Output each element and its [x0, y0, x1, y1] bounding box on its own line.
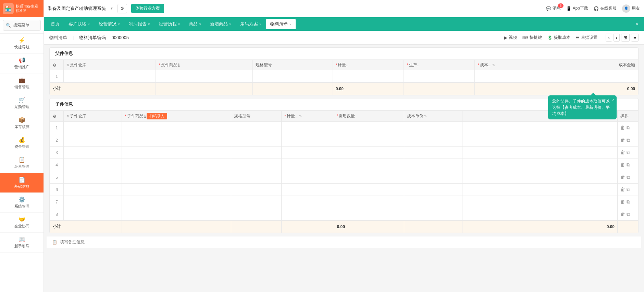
parent-spec-cell[interactable]	[253, 70, 333, 83]
child-product-7[interactable]	[122, 196, 231, 208]
tab-history[interactable]: 经营历程×	[155, 19, 184, 29]
list-view-button[interactable]: ≡	[631, 34, 639, 42]
child-unit-cost-7[interactable]	[404, 196, 462, 208]
delete-icon-7[interactable]: 🗑	[620, 199, 625, 205]
tab-home[interactable]: 首页	[47, 19, 64, 29]
child-measure-8[interactable]	[282, 208, 334, 221]
child-spec-6[interactable]	[231, 184, 281, 196]
child-spec-5[interactable]	[231, 171, 281, 184]
sidebar-item-sales[interactable]: 💼销售管理	[0, 73, 44, 93]
delete-icon-4[interactable]: 🗑	[620, 162, 625, 168]
child-unit-cost-1[interactable]	[404, 122, 462, 134]
copy-icon-8[interactable]: ⧉	[627, 211, 630, 217]
tab-operations[interactable]: 经营情况×	[95, 19, 124, 29]
child-unit-cost-6[interactable]	[404, 184, 462, 196]
shortcut-button[interactable]: ⌨ 快捷键	[522, 35, 542, 40]
child-qty-7[interactable]	[334, 196, 404, 208]
child-measure-3[interactable]	[282, 147, 334, 159]
child-measure-7[interactable]	[282, 196, 334, 208]
tab-close-goods[interactable]: ×	[199, 22, 201, 26]
child-unit-cost-4[interactable]	[404, 159, 462, 171]
child-product-8[interactable]	[122, 208, 231, 221]
parent-production-cell[interactable]	[404, 70, 474, 83]
settings-gear-button[interactable]: ⚙	[117, 4, 127, 13]
child-unit-cost-8[interactable]	[404, 208, 462, 221]
child-unit-cost-2[interactable]	[404, 134, 462, 147]
child-product-4[interactable]	[122, 159, 231, 171]
child-unit-cost-3[interactable]	[404, 147, 462, 159]
copy-icon-4[interactable]: ⧉	[627, 162, 630, 168]
delete-icon-6[interactable]: 🗑	[620, 187, 625, 192]
child-spec-1[interactable]	[231, 122, 281, 134]
tab-bom[interactable]: 物料清单×	[266, 19, 296, 29]
sidebar-item-finance[interactable]: 💰资金管理	[0, 133, 44, 153]
child-measure-4[interactable]	[282, 159, 334, 171]
view-video-button[interactable]: ▶ 视频	[504, 35, 517, 40]
child-measure-6[interactable]	[282, 184, 334, 196]
sidebar-item-guide[interactable]: 📖新手引导	[0, 233, 44, 253]
child-spec-8[interactable]	[231, 208, 281, 221]
child-qty-8[interactable]	[334, 208, 404, 221]
sidebar-item-purchase[interactable]: 🛒采购管理	[0, 93, 44, 113]
sidebar-item-marketing[interactable]: 📢营销推广	[0, 54, 44, 73]
tooltip-close-button[interactable]: ×	[612, 97, 615, 103]
child-measure-1[interactable]	[282, 122, 334, 134]
sidebar-item-inventory[interactable]: 📦库存核算	[0, 113, 44, 133]
child-spec-2[interactable]	[231, 134, 281, 147]
note-label[interactable]: 填写备注信息	[60, 239, 85, 245]
sidebar-item-ops[interactable]: 📋经营管理	[0, 153, 44, 173]
child-unit-cost-5[interactable]	[404, 171, 462, 184]
system-select[interactable]: ▼	[110, 7, 113, 10]
prev-button[interactable]: ‹	[606, 34, 612, 42]
tab-goods[interactable]: 商品×	[185, 19, 205, 29]
tab-new-goods[interactable]: 新增商品×	[206, 19, 235, 29]
child-warehouse-8[interactable]	[64, 208, 122, 221]
child-warehouse-6[interactable]	[64, 184, 122, 196]
child-product-1[interactable]	[122, 122, 231, 134]
nav-close-button[interactable]: ×	[633, 21, 641, 27]
child-warehouse-1[interactable]	[64, 122, 122, 134]
delete-icon-5[interactable]: 🗑	[620, 174, 625, 180]
tab-close-barcode[interactable]: ×	[259, 22, 261, 26]
child-product-3[interactable]	[122, 147, 231, 159]
delete-icon-1[interactable]: 🗑	[620, 125, 625, 131]
trial-button[interactable]: 体验行业方案	[131, 4, 164, 13]
app-download-button[interactable]: 📱 App下载	[566, 5, 588, 11]
copy-icon-2[interactable]: ⧉	[627, 137, 630, 143]
child-qty-3[interactable]	[334, 147, 404, 159]
child-spec-4[interactable]	[231, 159, 281, 171]
copy-icon-6[interactable]: ⧉	[627, 187, 630, 192]
child-qty-2[interactable]	[334, 134, 404, 147]
tab-profit[interactable]: 利润报告×	[125, 19, 154, 29]
child-warehouse-3[interactable]	[64, 147, 122, 159]
copy-icon-1[interactable]: ⧉	[627, 125, 630, 131]
child-warehouse-5[interactable]	[64, 171, 122, 184]
tab-close-history[interactable]: ×	[178, 22, 180, 26]
child-measure-2[interactable]	[282, 134, 334, 147]
parent-warehouse-cell[interactable]	[64, 70, 156, 83]
tab-barcode[interactable]: 条码方案×	[236, 19, 265, 29]
delete-icon-8[interactable]: 🗑	[620, 211, 625, 217]
child-warehouse-4[interactable]	[64, 159, 122, 171]
delete-icon-3[interactable]: 🗑	[620, 150, 625, 155]
tab-close-new-goods[interactable]: ×	[229, 22, 231, 26]
child-qty-4[interactable]	[334, 159, 404, 171]
child-measure-5[interactable]	[282, 171, 334, 184]
parent-product-cell[interactable]	[156, 70, 253, 83]
child-col-gear[interactable]: ⚙	[50, 111, 64, 122]
child-spec-7[interactable]	[231, 196, 281, 208]
tab-customer[interactable]: 客户联络×	[64, 19, 94, 29]
child-product-5[interactable]	[122, 171, 231, 184]
copy-icon-5[interactable]: ⧉	[627, 174, 630, 180]
child-qty-1[interactable]	[334, 122, 404, 134]
child-warehouse-7[interactable]	[64, 196, 122, 208]
sidebar-item-basic[interactable]: 📄基础信息	[0, 173, 44, 193]
parent-cost-cell[interactable]	[475, 70, 558, 83]
next-button[interactable]: ›	[614, 34, 620, 42]
child-product-2[interactable]	[122, 134, 231, 147]
sidebar-item-collab[interactable]: 🤝企业协同	[0, 213, 44, 233]
child-qty-6[interactable]	[334, 184, 404, 196]
single-settings-button[interactable]: ☰ 单据设置	[576, 35, 597, 40]
delete-icon-2[interactable]: 🗑	[620, 137, 625, 143]
message-button[interactable]: 💬 消息 6	[546, 5, 561, 11]
